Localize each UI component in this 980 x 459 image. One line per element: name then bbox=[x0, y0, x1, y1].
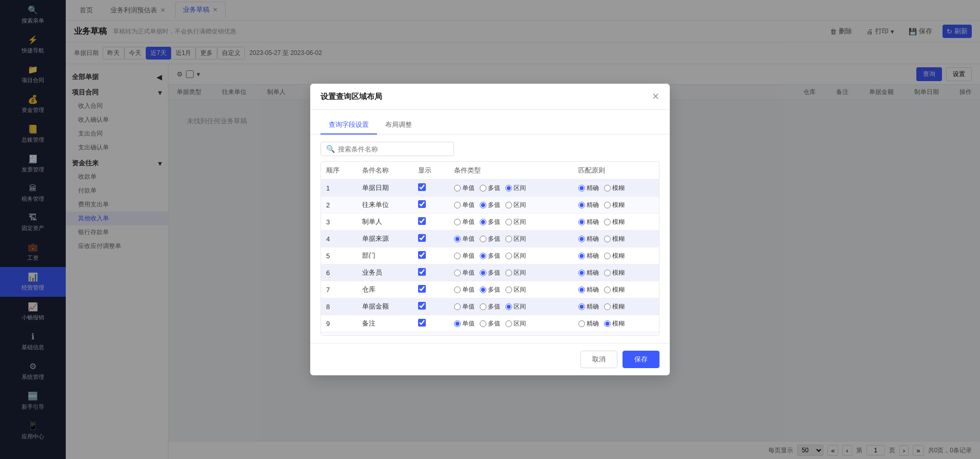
tab-layout[interactable]: 布局调整 bbox=[377, 116, 420, 135]
type-radio-5-单值[interactable] bbox=[454, 253, 461, 259]
type-radio-6-单值[interactable] bbox=[454, 270, 461, 276]
match-option-2-精确[interactable]: 精确 bbox=[578, 201, 599, 209]
checkbox-1[interactable] bbox=[418, 183, 426, 191]
checkbox-4[interactable] bbox=[418, 234, 426, 242]
checkbox-9[interactable] bbox=[418, 319, 426, 327]
type-option-8-单值[interactable]: 单值 bbox=[454, 302, 475, 311]
type-radio-9-区间[interactable] bbox=[505, 320, 512, 327]
checkbox-8[interactable] bbox=[418, 302, 426, 310]
match-radio-6-精确[interactable] bbox=[578, 270, 585, 276]
checkbox-3[interactable] bbox=[418, 217, 426, 225]
match-option-5-精确[interactable]: 精确 bbox=[578, 252, 599, 260]
match-radio-4-精确[interactable] bbox=[578, 236, 585, 242]
type-radio-1-区间[interactable] bbox=[505, 185, 512, 192]
match-radio-2-模糊[interactable] bbox=[604, 202, 611, 208]
match-radio-4-模糊[interactable] bbox=[604, 236, 611, 242]
type-option-3-区间[interactable]: 区间 bbox=[505, 218, 526, 226]
checkbox-5[interactable] bbox=[418, 251, 426, 259]
type-radio-2-区间[interactable] bbox=[505, 202, 512, 208]
match-radio-8-模糊[interactable] bbox=[604, 303, 611, 310]
match-option-6-精确[interactable]: 精确 bbox=[578, 269, 599, 277]
match-option-9-模糊[interactable]: 模糊 bbox=[604, 319, 625, 328]
dialog-close-button[interactable]: ✕ bbox=[652, 91, 659, 102]
type-option-1-单值[interactable]: 单值 bbox=[454, 184, 475, 193]
match-option-7-精确[interactable]: 精确 bbox=[578, 285, 599, 294]
match-option-1-模糊[interactable]: 模糊 bbox=[604, 184, 625, 193]
type-option-5-区间[interactable]: 区间 bbox=[505, 252, 526, 260]
match-radio-9-精确[interactable] bbox=[578, 320, 585, 327]
checkbox-7[interactable] bbox=[418, 285, 426, 293]
match-option-3-模糊[interactable]: 模糊 bbox=[604, 218, 625, 226]
match-radio-2-精确[interactable] bbox=[578, 202, 585, 208]
dialog-save-button[interactable]: 保存 bbox=[623, 351, 659, 368]
type-radio-4-多值[interactable] bbox=[480, 236, 486, 242]
match-option-8-精确[interactable]: 精确 bbox=[578, 302, 599, 311]
type-option-2-多值[interactable]: 多值 bbox=[480, 201, 500, 209]
match-radio-7-精确[interactable] bbox=[578, 286, 585, 293]
type-radio-4-单值[interactable] bbox=[454, 236, 461, 242]
type-radio-1-多值[interactable] bbox=[480, 185, 486, 192]
type-radio-3-单值[interactable] bbox=[454, 219, 461, 225]
type-option-9-多值[interactable]: 多值 bbox=[480, 319, 500, 328]
type-radio-3-多值[interactable] bbox=[480, 219, 486, 225]
type-option-3-多值[interactable]: 多值 bbox=[480, 218, 500, 226]
type-radio-2-单值[interactable] bbox=[454, 202, 461, 208]
match-option-5-模糊[interactable]: 模糊 bbox=[604, 252, 625, 260]
type-radio-6-多值[interactable] bbox=[480, 270, 486, 276]
match-radio-6-模糊[interactable] bbox=[604, 270, 611, 276]
type-radio-9-多值[interactable] bbox=[480, 320, 486, 327]
match-radio-7-模糊[interactable] bbox=[604, 286, 611, 293]
match-radio-1-模糊[interactable] bbox=[604, 185, 611, 192]
type-option-9-单值[interactable]: 单值 bbox=[454, 319, 475, 328]
cancel-button[interactable]: 取消 bbox=[580, 351, 617, 368]
type-option-7-单值[interactable]: 单值 bbox=[454, 285, 475, 294]
type-option-5-多值[interactable]: 多值 bbox=[480, 252, 500, 260]
type-option-9-区间[interactable]: 区间 bbox=[505, 319, 526, 328]
type-option-5-单值[interactable]: 单值 bbox=[454, 252, 475, 260]
type-option-6-单值[interactable]: 单值 bbox=[454, 269, 475, 277]
type-option-4-单值[interactable]: 单值 bbox=[454, 235, 475, 243]
type-option-4-区间[interactable]: 区间 bbox=[505, 235, 526, 243]
type-option-1-区间[interactable]: 区间 bbox=[505, 184, 526, 193]
type-option-8-区间[interactable]: 区间 bbox=[505, 302, 526, 311]
checkbox-2[interactable] bbox=[418, 200, 426, 208]
match-radio-3-精确[interactable] bbox=[578, 219, 585, 225]
match-radio-9-模糊[interactable] bbox=[604, 320, 611, 327]
type-option-1-多值[interactable]: 多值 bbox=[480, 184, 500, 193]
type-option-2-单值[interactable]: 单值 bbox=[454, 201, 475, 209]
match-option-8-模糊[interactable]: 模糊 bbox=[604, 302, 625, 311]
match-option-1-精确[interactable]: 精确 bbox=[578, 184, 599, 193]
type-option-7-区间[interactable]: 区间 bbox=[505, 285, 526, 294]
match-option-9-精确[interactable]: 精确 bbox=[578, 319, 599, 328]
type-option-7-多值[interactable]: 多值 bbox=[480, 285, 500, 294]
type-radio-4-区间[interactable] bbox=[505, 236, 512, 242]
checkbox-6[interactable] bbox=[418, 268, 426, 276]
search-input[interactable] bbox=[338, 145, 448, 153]
type-radio-8-单值[interactable] bbox=[454, 303, 461, 310]
match-radio-5-模糊[interactable] bbox=[604, 253, 611, 259]
type-option-8-多值[interactable]: 多值 bbox=[480, 302, 500, 311]
type-radio-5-区间[interactable] bbox=[505, 253, 512, 259]
type-option-6-区间[interactable]: 区间 bbox=[505, 269, 526, 277]
type-radio-5-多值[interactable] bbox=[480, 253, 486, 259]
type-radio-8-区间[interactable] bbox=[505, 303, 512, 310]
type-option-3-单值[interactable]: 单值 bbox=[454, 218, 475, 226]
type-radio-7-单值[interactable] bbox=[454, 286, 461, 293]
match-option-4-精确[interactable]: 精确 bbox=[578, 235, 599, 243]
type-radio-1-单值[interactable] bbox=[454, 185, 461, 192]
match-radio-3-模糊[interactable] bbox=[604, 219, 611, 225]
type-option-6-多值[interactable]: 多值 bbox=[480, 269, 500, 277]
match-option-7-模糊[interactable]: 模糊 bbox=[604, 285, 625, 294]
match-option-3-精确[interactable]: 精确 bbox=[578, 218, 599, 226]
type-option-2-区间[interactable]: 区间 bbox=[505, 201, 526, 209]
type-radio-6-区间[interactable] bbox=[505, 270, 512, 276]
match-option-4-模糊[interactable]: 模糊 bbox=[604, 235, 625, 243]
match-option-6-模糊[interactable]: 模糊 bbox=[604, 269, 625, 277]
match-radio-8-精确[interactable] bbox=[578, 303, 585, 310]
type-radio-7-区间[interactable] bbox=[505, 286, 512, 293]
match-radio-5-精确[interactable] bbox=[578, 253, 585, 259]
tab-query-fields[interactable]: 查询字段设置 bbox=[321, 116, 377, 135]
type-radio-9-单值[interactable] bbox=[454, 320, 461, 327]
type-radio-8-多值[interactable] bbox=[480, 303, 486, 310]
match-option-2-模糊[interactable]: 模糊 bbox=[604, 201, 625, 209]
